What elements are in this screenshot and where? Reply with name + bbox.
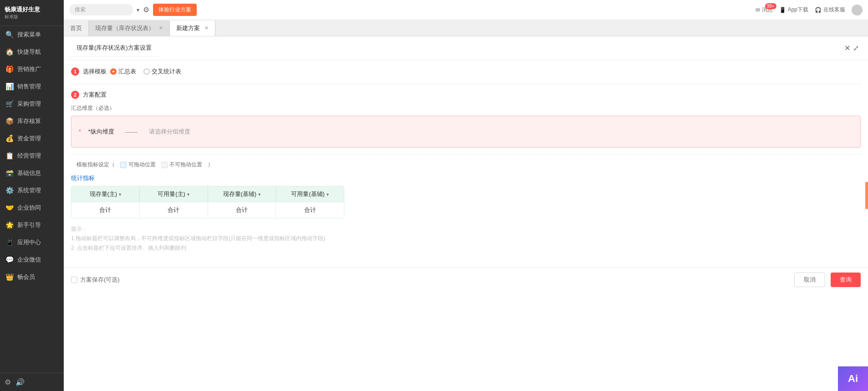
- panel-close-button[interactable]: ✕: [844, 44, 850, 52]
- tab-new-scheme-label: 新建方案: [176, 24, 200, 32]
- divider-2: [71, 154, 861, 154]
- col-current-main-label: 现存量(主): [90, 190, 117, 198]
- sidebar-item-appcenter[interactable]: 📱 应用中心: [0, 234, 64, 251]
- messages-button[interactable]: ✉ 消息 99+: [756, 6, 773, 14]
- settings-icon[interactable]: ⚙: [143, 5, 149, 14]
- operations-icon: 📋: [5, 152, 14, 160]
- save-option[interactable]: 方案保存(可选): [71, 276, 120, 284]
- hints-box: 提示： 1.拖动标题栏可以调整布局，不可跨维度或指标区域拖动栏目字段(只能在同一…: [71, 225, 861, 252]
- panel-title: 现存量(库存状况表)方案设置: [69, 39, 159, 57]
- sidebar-item-label: 经营管理: [17, 152, 41, 160]
- col-available-aux[interactable]: 可用量(基辅) ▾: [276, 186, 344, 202]
- dimension-box[interactable]: * *纵向维度 —— 请选择分组维度: [71, 116, 861, 148]
- step2-section: 2 方案配置 汇总维度（必选） * *纵向维度 —— 请选择分组维度 模板指标设…: [71, 91, 861, 252]
- save-checkbox[interactable]: [71, 277, 77, 283]
- app-download-button[interactable]: 📱 App下载: [779, 6, 808, 14]
- settings-bottom-icon[interactable]: ⚙: [5, 378, 11, 386]
- search-box[interactable]: 搜索: [69, 4, 133, 15]
- sidebar-item-member[interactable]: 👑 畅会员: [0, 268, 64, 286]
- mobile-icon: 📱: [779, 7, 786, 13]
- cancel-button[interactable]: 取消: [794, 273, 825, 287]
- content-area: 现存量(库存状况表)方案设置 ✕ ⤢ 1 选择模板 汇总表: [64, 36, 868, 391]
- template-radio-group: 汇总表 交叉统计表: [110, 67, 181, 76]
- tab-inventory-close[interactable]: ✕: [159, 25, 163, 31]
- chevron-down-icon: ▾: [119, 192, 121, 197]
- sidebar-item-search-menu[interactable]: 🔍 搜索菜单: [0, 26, 64, 43]
- sidebar-item-label: 搜索菜单: [17, 31, 41, 39]
- draggable-label: 可拖动位置: [128, 161, 156, 169]
- headset-icon: 🎧: [815, 7, 822, 13]
- dim-vertical-label: *纵向维度: [88, 128, 114, 136]
- col-current-aux-label: 现存量(基辅): [223, 190, 257, 198]
- ai-button[interactable]: Ai: [838, 366, 868, 391]
- tab-new-scheme[interactable]: 新建方案 ✕: [170, 21, 215, 36]
- footer-actions: 取消 查询: [794, 273, 861, 287]
- search-placeholder: 搜索: [75, 6, 86, 13]
- indicator-section: 统计指标 现存量(主) ▾ 可用量(主) ▾: [71, 174, 861, 220]
- divider-1: [71, 84, 861, 84]
- wechat-icon: 💬: [5, 256, 14, 264]
- scheme-dropdown[interactable]: ▾: [137, 7, 139, 13]
- online-service-label: 在线客服: [823, 6, 845, 14]
- sidebar-item-enterprise[interactable]: 🤝 企业协同: [0, 199, 64, 216]
- purchase-icon: 🛒: [5, 100, 14, 108]
- sidebar-item-label: 畅会员: [17, 273, 35, 281]
- sidebar-item-finance[interactable]: 💰 资金管理: [0, 130, 64, 147]
- non-draggable-legend-box: [161, 162, 168, 168]
- stats-label: 统计指标: [71, 174, 861, 182]
- top-bar-right: ✉ 消息 99+ 📱 App下载 🎧 在线客服: [756, 5, 863, 15]
- radio-summary-circle: [110, 68, 117, 75]
- messages-badge: 99+: [765, 3, 776, 9]
- message-icon: ✉: [756, 7, 760, 13]
- footer-bar: 方案保存(可选) 取消 查询: [64, 268, 868, 292]
- col-available-aux-label: 可用量(基辅): [291, 190, 325, 198]
- sidebar-item-purchase[interactable]: 🛒 采购管理: [0, 95, 64, 113]
- tab-home[interactable]: 首页: [64, 21, 89, 36]
- quick-nav-icon: 🏠: [5, 48, 14, 56]
- scrollbar-handle[interactable]: [865, 182, 868, 209]
- sidebar-item-sales[interactable]: 📊 销售管理: [0, 78, 64, 95]
- tab-new-scheme-close[interactable]: ✕: [204, 25, 209, 31]
- radio-summary[interactable]: 汇总表: [110, 67, 136, 76]
- sidebar-item-label: 快捷导航: [17, 48, 41, 56]
- app-name: 畅康通好生意: [5, 5, 59, 14]
- radio-summary-label: 汇总表: [118, 67, 136, 76]
- top-bar-left: 搜索 ▾ ⚙ 体验行业方案: [69, 4, 752, 16]
- sidebar-item-label: 企业协同: [17, 204, 41, 212]
- tab-inventory-status[interactable]: 现存量（库存状况表） ✕: [89, 21, 170, 36]
- sidebar-item-quick-nav[interactable]: 🏠 快捷导航: [0, 43, 64, 61]
- app-download-label: App下载: [788, 6, 808, 14]
- col-current-main[interactable]: 现存量(主) ▾: [71, 186, 140, 202]
- step2-badge: 2: [71, 91, 79, 99]
- online-service-button[interactable]: 🎧 在线客服: [815, 6, 845, 14]
- panel-top: 现存量(库存状况表)方案设置 ✕ ⤢: [64, 36, 868, 60]
- sidebar: 畅康通好生意 标准版 🔍 搜索菜单 🏠 快捷导航 🎁 营销推广 📊 销售管理 🛒…: [0, 0, 64, 391]
- stats-table: 现存量(主) ▾ 可用量(主) ▾ 现存量(基辅) ▾: [71, 186, 344, 218]
- sidebar-item-operations[interactable]: 📋 经营管理: [0, 147, 64, 165]
- radio-cross[interactable]: 交叉统计表: [143, 67, 181, 76]
- legend-non-draggable: 不可拖动位置: [161, 161, 202, 169]
- sidebar-item-inventory[interactable]: 📦 库存核算: [0, 113, 64, 130]
- step1-badge: 1: [71, 67, 79, 76]
- sidebar-item-label: 资金管理: [17, 134, 41, 143]
- app-edition: 标准版: [5, 14, 59, 20]
- sidebar-item-marketing[interactable]: 🎁 营销推广: [0, 61, 64, 78]
- user-avatar[interactable]: [852, 5, 863, 15]
- col-current-aux[interactable]: 现存量(基辅) ▾: [208, 186, 276, 202]
- sidebar-item-system[interactable]: ⚙️ 系统管理: [0, 182, 64, 199]
- inventory-icon: 📦: [5, 117, 14, 125]
- hint-2: 2. 点击标题栏下拉可设置排序、插入列和删除列: [71, 244, 861, 252]
- sidebar-item-newguide[interactable]: 🌟 新手引导: [0, 216, 64, 234]
- panel-expand-button[interactable]: ⤢: [853, 44, 859, 52]
- col-available-main[interactable]: 可用量(主) ▾: [140, 186, 208, 202]
- query-button[interactable]: 查询: [831, 273, 861, 287]
- sidebar-item-basics[interactable]: 🗃️ 基础信息: [0, 165, 64, 182]
- hint-title: 提示：: [71, 225, 861, 233]
- audio-bottom-icon[interactable]: 🔊: [15, 378, 25, 386]
- cell-0-3: 合计: [276, 202, 344, 218]
- sidebar-item-wechat[interactable]: 💬 企业微信: [0, 251, 64, 268]
- indicator-legend: 模板指标设定（ 可拖动位置 不可拖动位置 ）: [71, 161, 861, 169]
- appcenter-icon: 📱: [5, 238, 14, 247]
- trial-button[interactable]: 体验行业方案: [153, 4, 197, 16]
- dim-placeholder: 请选择分组维度: [149, 128, 190, 136]
